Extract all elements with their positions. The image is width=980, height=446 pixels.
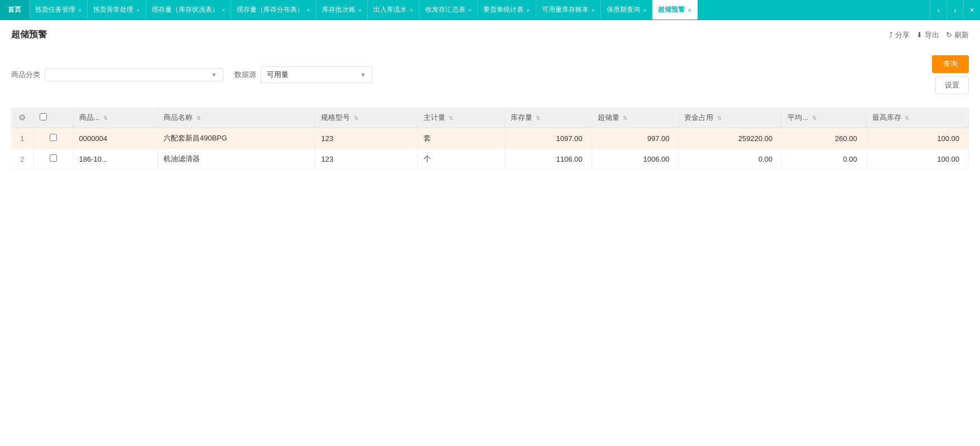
table-body: 1 0000004 六配套新昌490BPG 123 套 1097.00 997.… [11, 128, 969, 169]
settings-button[interactable]: 设置 [935, 76, 969, 94]
row-avg-0: 260.00 [782, 128, 866, 149]
row-index-0: 1 [11, 128, 33, 149]
row-index-1: 2 [11, 149, 33, 169]
export-action[interactable]: ⬇ 导出 [916, 30, 939, 40]
category-select[interactable]: ▼ [45, 68, 223, 81]
nav-prev-arrow[interactable]: ‹ [930, 0, 947, 20]
nav-tab-10[interactable]: 保质期查询 × [601, 0, 652, 20]
nav-tab-4[interactable]: 现存量（库存分布表） × [231, 0, 316, 20]
row-select-checkbox-1[interactable] [50, 154, 57, 162]
col-spec-label: 规格型号 [321, 113, 350, 122]
nav-tab-2[interactable]: 拣货异常处理 × [88, 0, 146, 20]
sort-avg-icon[interactable]: ⇅ [812, 115, 816, 121]
nav-tab-1-close[interactable]: × [78, 7, 81, 13]
nav-next-arrow[interactable]: › [947, 0, 963, 20]
sort-max-stock-icon[interactable]: ⇅ [905, 115, 909, 121]
sort-sku-code-icon[interactable]: ⇅ [103, 115, 108, 121]
row-sku-name-0: 六配套新昌490BPG [158, 128, 315, 149]
nav-tab-2-close[interactable]: × [136, 7, 140, 13]
nav-tab-3-close[interactable]: × [222, 7, 225, 13]
refresh-icon: ↻ [946, 31, 952, 39]
sort-spec-icon[interactable]: ⇅ [354, 115, 358, 121]
col-sku-name-label: 商品名称 [164, 113, 193, 122]
nav-tab-11[interactable]: 超储预警 × [652, 0, 697, 20]
filter-buttons: 查询 设置 [932, 55, 969, 94]
export-icon: ⬇ [916, 31, 923, 39]
table-row: 2 186-10... 机油滤清器 123 个 1106.00 1006.00 … [11, 149, 969, 169]
row-unit-1: 个 [417, 149, 505, 169]
nav-tab-9-close[interactable]: × [592, 7, 595, 13]
share-label: 分享 [895, 30, 910, 40]
nav-tab-3[interactable]: 现存量（库存状况表） × [146, 0, 231, 20]
nav-tab-3-label: 现存量（库存状况表） [152, 5, 219, 14]
share-action[interactable]: ⤴ 分享 [889, 30, 910, 40]
row-checkbox-1[interactable] [33, 149, 73, 169]
gear-icon[interactable]: ⚙ [18, 113, 26, 122]
sort-stock-icon[interactable]: ⇅ [536, 115, 540, 121]
nav-tab-9[interactable]: 可用量库存账本 × [536, 0, 601, 20]
nav-tab-9-label: 可用量库存账本 [542, 5, 589, 14]
col-capital[interactable]: 资金占用 ⇅ [679, 108, 782, 128]
sort-sku-name-icon[interactable]: ⇅ [196, 115, 201, 121]
row-max-stock-1: 100.00 [866, 149, 968, 169]
col-avg-label: 平均... [787, 113, 808, 122]
category-filter: 商品分类 ▼ [11, 68, 223, 81]
nav-tab-8-label: 要货单统计表 [483, 5, 523, 14]
page-title: 超储预警 [11, 29, 47, 41]
nav-tab-2-label: 拣货异常处理 [93, 5, 133, 14]
nav-tab-7-label: 收发存汇总表 [425, 5, 465, 14]
nav-tab-8[interactable]: 要货单统计表 × [478, 0, 536, 20]
nav-arrows: ‹ › × [930, 0, 980, 20]
col-sku-code[interactable]: 商品... ⇅ [73, 108, 157, 128]
nav-tab-5-close[interactable]: × [358, 7, 362, 13]
nav-bar: 首页 拣货任务管理 × 拣货异常处理 × 现存量（库存状况表） × 现存量（库存… [0, 0, 980, 20]
row-capital-1: 0.00 [679, 149, 782, 169]
nav-tab-7[interactable]: 收发存汇总表 × [420, 0, 478, 20]
datasource-filter: 数据源 可用量 ▼ [234, 66, 372, 83]
row-stock-1: 1106.00 [505, 149, 592, 169]
nav-tab-4-close[interactable]: × [306, 7, 310, 13]
col-gear[interactable]: ⚙ [11, 108, 33, 128]
nav-tab-6[interactable]: 出入库流水 × [368, 0, 419, 20]
nav-tab-6-close[interactable]: × [410, 7, 413, 13]
row-stock-0: 1097.00 [505, 128, 592, 149]
table-row: 1 0000004 六配套新昌490BPG 123 套 1097.00 997.… [11, 128, 969, 149]
sort-overstock-icon[interactable]: ⇅ [623, 115, 627, 121]
nav-tab-10-close[interactable]: × [643, 7, 646, 13]
share-icon: ⤴ [889, 31, 893, 39]
nav-tab-1[interactable]: 拣货任务管理 × [30, 0, 88, 20]
col-overstock[interactable]: 超储量 ⇅ [592, 108, 679, 128]
col-max-stock-label: 最高库存 [872, 113, 901, 122]
col-spec[interactable]: 规格型号 ⇅ [315, 108, 417, 128]
nav-home[interactable]: 首页 [0, 0, 30, 20]
row-unit-0: 套 [417, 128, 505, 149]
filter-row: 商品分类 ▼ 数据源 可用量 ▼ 查询 设置 [11, 50, 969, 100]
sort-capital-icon[interactable]: ⇅ [717, 115, 722, 121]
row-checkbox-0[interactable] [33, 128, 73, 149]
sort-unit-icon[interactable]: ⇅ [449, 115, 453, 121]
nav-tab-8-close[interactable]: × [526, 7, 530, 13]
refresh-action[interactable]: ↻ 刷新 [946, 30, 969, 40]
nav-tab-5[interactable]: 库存批次账 × [316, 0, 368, 20]
datasource-chevron-icon: ▼ [360, 71, 366, 78]
nav-tab-5-label: 库存批次账 [322, 5, 356, 14]
row-overstock-0: 997.00 [592, 128, 679, 149]
col-avg[interactable]: 平均... ⇅ [782, 108, 866, 128]
query-button[interactable]: 查询 [932, 55, 969, 73]
category-label: 商品分类 [11, 70, 40, 80]
col-unit[interactable]: 主计量 ⇅ [417, 108, 505, 128]
row-sku-code-1: 186-10... [73, 149, 157, 169]
nav-more-arrow[interactable]: × [963, 0, 980, 20]
select-all-checkbox[interactable] [40, 113, 47, 120]
row-select-checkbox-0[interactable] [50, 134, 57, 141]
col-max-stock[interactable]: 最高库存 ⇅ [866, 108, 968, 128]
row-overstock-1: 1006.00 [592, 149, 679, 169]
nav-tab-11-close[interactable]: × [688, 7, 691, 13]
col-stock[interactable]: 库存量 ⇅ [505, 108, 592, 128]
col-select-all[interactable] [33, 108, 73, 128]
datasource-select[interactable]: 可用量 ▼ [261, 66, 372, 83]
nav-tab-7-close[interactable]: × [468, 7, 472, 13]
nav-tab-1-label: 拣货任务管理 [35, 5, 75, 14]
data-table: ⚙ 商品... ⇅ 商品名称 ⇅ 规格型号 ⇅ 主计量 [11, 108, 969, 169]
col-sku-name[interactable]: 商品名称 ⇅ [158, 108, 315, 128]
